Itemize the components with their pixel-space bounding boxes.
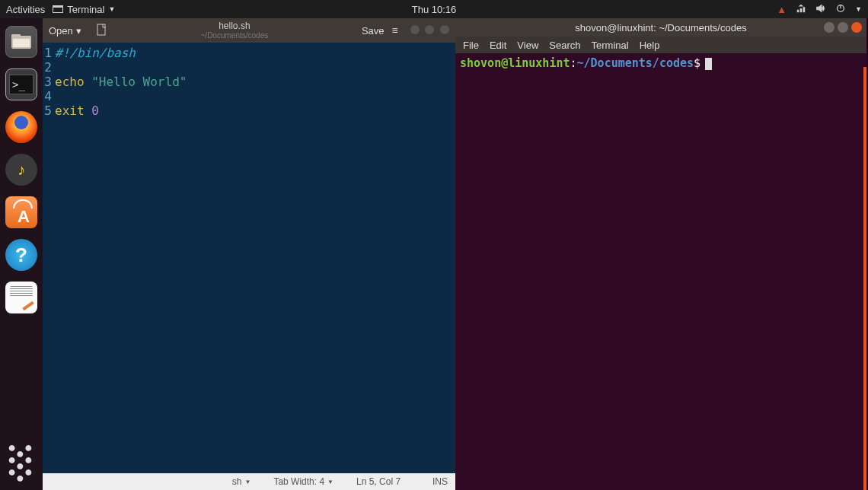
menu-view[interactable]: View bbox=[517, 40, 538, 51]
software-launcher[interactable] bbox=[5, 196, 37, 228]
menu-terminal[interactable]: Terminal bbox=[592, 40, 629, 51]
terminal-title: shovon@linuxhint: ~/Documents/codes bbox=[575, 22, 746, 33]
prompt-symbol: $ bbox=[694, 56, 700, 70]
maximize-button[interactable] bbox=[425, 25, 434, 34]
firefox-launcher[interactable] bbox=[5, 111, 37, 143]
menu-help[interactable]: Help bbox=[640, 40, 660, 51]
volume-icon[interactable] bbox=[815, 3, 826, 16]
app-menu-label: Terminal bbox=[67, 4, 104, 15]
window-controls bbox=[407, 25, 449, 37]
rhythmbox-launcher[interactable]: ♪ bbox=[5, 154, 37, 186]
power-icon[interactable] bbox=[835, 3, 846, 16]
scrollbar-edge bbox=[863, 67, 866, 490]
gedit-window: Open ▾ hello.sh ~/Documents/codes Save ≡… bbox=[43, 18, 455, 490]
terminal-launcher[interactable]: >_ bbox=[5, 68, 37, 100]
insert-mode: INS bbox=[432, 476, 448, 487]
chevron-down-icon: ▼ bbox=[108, 5, 115, 13]
close-button[interactable] bbox=[851, 22, 862, 33]
gedit-statusbar: sh▼ Tab Width: 4▼ Ln 5, Col 7▼ INS bbox=[43, 473, 455, 490]
terminal-menubar: FileEditViewSearchTerminalHelp bbox=[455, 37, 866, 53]
terminal-titlebar: shovon@linuxhint: ~/Documents/codes bbox=[455, 18, 866, 37]
help-launcher[interactable]: ? bbox=[5, 239, 37, 271]
new-document-button[interactable] bbox=[97, 24, 107, 38]
menu-file[interactable]: File bbox=[463, 40, 479, 51]
gedit-headerbar: Open ▾ hello.sh ~/Documents/codes Save ≡ bbox=[43, 18, 455, 43]
activities-button[interactable]: Activities bbox=[6, 4, 45, 15]
terminal-window: shovon@linuxhint: ~/Documents/codes File… bbox=[455, 18, 866, 490]
warning-icon[interactable]: ▲ bbox=[777, 4, 787, 15]
minimize-button[interactable] bbox=[410, 25, 420, 34]
document-title: hello.sh ~/Documents/codes bbox=[107, 21, 362, 40]
editor-area[interactable]: 12345 #!/bin/bashecho "Hello World"exit … bbox=[43, 43, 455, 473]
language-selector[interactable]: sh▼ bbox=[232, 476, 251, 487]
svg-rect-3 bbox=[13, 39, 30, 47]
prompt-user: shovon@linuxhint bbox=[460, 56, 570, 70]
clock[interactable]: Thu 10:16 bbox=[412, 4, 457, 15]
svg-rect-2 bbox=[11, 34, 21, 38]
network-icon[interactable] bbox=[796, 3, 806, 16]
cursor-position: Ln 5, Col 7▼ bbox=[356, 476, 410, 487]
system-menu-chevron-icon[interactable]: ▼ bbox=[855, 5, 862, 13]
gnome-topbar: Activities Terminal ▼ Thu 10:16 ▲ ▼ bbox=[0, 0, 868, 18]
files-launcher[interactable] bbox=[5, 26, 37, 58]
svg-rect-4 bbox=[97, 24, 105, 35]
save-button[interactable]: Save bbox=[362, 25, 385, 37]
prompt-path: ~/Documents/codes bbox=[577, 56, 694, 70]
open-button[interactable]: Open ▾ bbox=[49, 25, 81, 37]
tabwidth-selector[interactable]: Tab Width: 4▼ bbox=[273, 476, 333, 487]
menu-button[interactable]: ≡ bbox=[392, 24, 398, 37]
minimize-button[interactable] bbox=[824, 22, 834, 33]
terminal-app-icon bbox=[53, 5, 63, 13]
terminal-body[interactable]: shovon@linuxhint:~/Documents/codes$ bbox=[455, 53, 866, 490]
texteditor-launcher[interactable] bbox=[5, 282, 37, 313]
cursor bbox=[705, 58, 712, 70]
menu-search[interactable]: Search bbox=[549, 40, 580, 51]
show-apps-button[interactable]: ● ● ●● ● ●● ● ● bbox=[5, 444, 37, 481]
app-menu[interactable]: Terminal ▼ bbox=[53, 4, 115, 15]
line-gutter: 12345 bbox=[43, 43, 53, 473]
code-content[interactable]: #!/bin/bashecho "Hello World"exit 0 bbox=[53, 43, 190, 473]
maximize-button[interactable] bbox=[838, 22, 848, 33]
dock: >_ ♪ ? ● ● ●● ● ●● ● ● bbox=[0, 18, 43, 490]
chevron-down-icon: ▾ bbox=[76, 25, 81, 37]
close-button[interactable] bbox=[440, 25, 449, 34]
menu-edit[interactable]: Edit bbox=[490, 40, 506, 51]
